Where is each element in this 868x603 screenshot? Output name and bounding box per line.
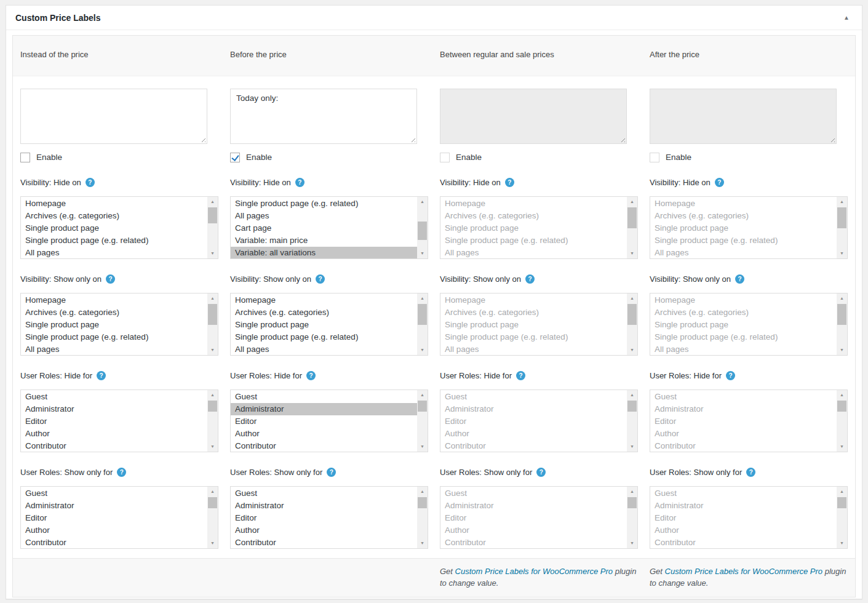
list-option[interactable]: Guest [21,391,207,403]
list-option[interactable]: Single product page (e.g. related) [231,331,417,343]
help-icon[interactable] [726,371,735,380]
scrollbar-thumb[interactable] [418,222,427,240]
list-option[interactable]: Editor [21,512,207,524]
scrollbar-thumb[interactable] [208,497,217,508]
visibility-show-label: Visibility: Show only on [440,274,521,284]
visibility-hide-label-row: Visibility: Hide on [440,177,638,187]
collapse-toggle-button[interactable]: ▲ [841,12,852,23]
help-icon[interactable] [536,468,546,477]
textarea-wrapper [230,89,417,144]
list-option[interactable]: Guest [231,391,417,403]
list-option[interactable]: All pages [21,343,207,356]
roles-hide-listbox[interactable]: GuestAdministratorEditorAuthorContributo… [230,389,428,452]
list-option[interactable]: Homepage [21,198,207,210]
help-icon[interactable] [735,274,744,284]
list-option[interactable]: Single product page (e.g. related) [231,198,417,210]
list-option[interactable]: Archives (e.g. categories) [21,210,207,222]
list-option[interactable]: Author [231,428,417,440]
help-icon[interactable] [306,371,316,380]
help-icon[interactable] [295,178,305,187]
scrollbar[interactable] [417,197,428,258]
list-option[interactable]: Contributor [21,440,207,452]
list-option[interactable]: Author [21,428,207,440]
scrollbar-thumb[interactable] [208,304,217,325]
list-option[interactable]: Archives (e.g. categories) [21,306,207,319]
scrollbar-thumb[interactable] [418,304,427,325]
list-option[interactable]: Homepage [231,294,417,306]
scrollbar-thumb [837,401,846,412]
list-option[interactable]: Archives (e.g. categories) [231,306,417,319]
help-icon[interactable] [505,178,514,187]
scrollbar[interactable] [417,294,428,355]
listbox-options: HomepageArchives (e.g. categories)Single… [21,198,207,258]
scrollbar[interactable] [207,294,218,355]
enable-checkbox[interactable] [20,153,30,162]
list-option[interactable]: Administrator [21,403,207,415]
list-option: Homepage [440,294,627,306]
visibility-hide-listbox[interactable]: Single product page (e.g. related)All pa… [230,196,428,259]
visibility-show-label-row: Visibility: Show only on [20,274,218,284]
help-icon[interactable] [117,468,126,477]
list-option[interactable]: Single product page (e.g. related) [21,234,207,247]
list-option[interactable]: Variable: all variations [231,247,417,259]
help-icon[interactable] [316,274,325,284]
scrollbar-thumb[interactable] [208,401,217,412]
list-option[interactable]: Cart page [231,222,417,234]
list-option[interactable]: Homepage [21,294,207,306]
list-option[interactable]: Contributor [231,440,417,452]
help-icon[interactable] [715,178,724,187]
list-option[interactable]: Author [231,524,417,537]
list-option: Editor [440,415,627,428]
price-label-textarea[interactable] [230,89,417,144]
help-icon[interactable] [86,178,95,187]
list-option[interactable]: Single product page (e.g. related) [21,331,207,343]
list-option[interactable]: All pages [231,210,417,222]
scrollbar-thumb[interactable] [208,207,217,223]
list-option[interactable]: Contributor [21,537,207,549]
settings-table: Instead of the price Before the price Be… [12,35,856,597]
visibility-hide-listbox[interactable]: HomepageArchives (e.g. categories)Single… [20,196,218,259]
roles-show-listbox[interactable]: GuestAdministratorEditorAuthorContributo… [20,486,218,549]
list-option[interactable]: Editor [231,415,417,428]
list-option[interactable]: Administrator [231,403,417,415]
help-icon[interactable] [525,274,535,284]
help-icon[interactable] [97,371,106,380]
list-option[interactable]: Administrator [231,500,417,512]
scrollbar[interactable] [417,390,428,452]
list-option[interactable]: Author [21,524,207,537]
list-option[interactable]: Administrator [21,500,207,512]
help-icon[interactable] [106,274,115,284]
scrollbar[interactable] [417,487,428,548]
list-option[interactable]: Single product page [21,222,207,234]
roles-show-listbox: GuestAdministratorEditorAuthorContributo… [440,486,638,549]
pro-plugin-link[interactable]: Custom Price Labels for WooCommerce Pro [455,567,613,576]
enable-checkbox[interactable] [230,153,240,162]
scrollbar[interactable] [207,487,218,548]
roles-show-listbox[interactable]: GuestAdministratorEditorAuthorContributo… [230,486,428,549]
scrollbar-thumb[interactable] [418,497,427,508]
scrollbar [837,197,847,258]
list-option[interactable]: All pages [231,343,417,356]
help-icon[interactable] [516,371,525,380]
list-option[interactable]: Editor [231,512,417,524]
list-option: Editor [440,512,627,524]
roles-hide-listbox[interactable]: GuestAdministratorEditorAuthorContributo… [20,389,218,452]
list-option[interactable]: Single product page [231,319,417,331]
price-label-textarea[interactable] [20,89,207,144]
scrollbar[interactable] [207,197,218,258]
visibility-show-listbox[interactable]: HomepageArchives (e.g. categories)Single… [20,293,218,356]
list-option[interactable]: Variable: main price [231,234,417,247]
list-option[interactable]: All pages [21,247,207,259]
list-option: Single product page (e.g. related) [440,234,627,247]
help-icon[interactable] [746,468,755,477]
help-icon[interactable] [327,468,336,477]
scrollbar-thumb[interactable] [418,401,427,412]
list-option[interactable]: Editor [21,415,207,428]
scrollbar[interactable] [207,390,218,452]
list-option[interactable]: Guest [21,487,207,500]
list-option[interactable]: Single product page [21,319,207,331]
visibility-show-listbox[interactable]: HomepageArchives (e.g. categories)Single… [230,293,428,356]
pro-plugin-link[interactable]: Custom Price Labels for WooCommerce Pro [665,567,822,576]
list-option[interactable]: Contributor [231,537,417,549]
list-option[interactable]: Guest [231,487,417,500]
